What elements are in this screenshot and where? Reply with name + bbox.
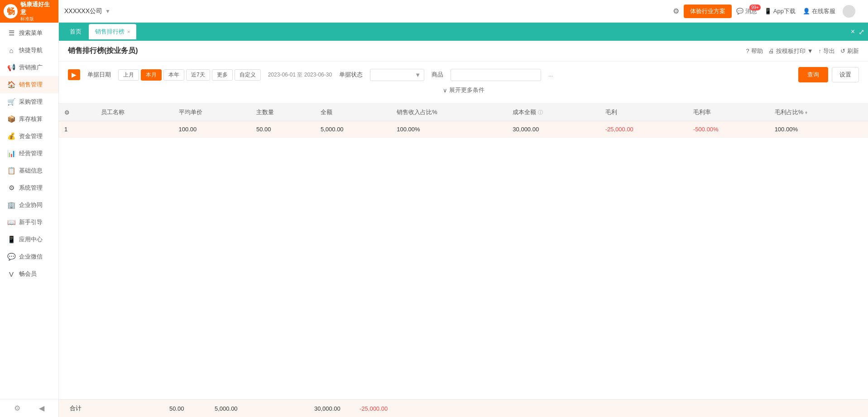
date-btn-上月[interactable]: 上月 xyxy=(118,69,139,81)
expand-more-btn[interactable]: ∨ 展开更多条件 xyxy=(68,82,859,98)
trial-btn[interactable]: 体验行业方案 xyxy=(684,5,732,18)
date-btn-近7天[interactable]: 近7天 xyxy=(186,69,210,81)
footer-amount-val: 5,000.00 xyxy=(209,405,254,412)
member-icon: V xyxy=(7,270,15,278)
company-name: XXXXXX公司 xyxy=(64,7,102,15)
topbar: XXXXXX公司 ▼ ⚙ 体验行业方案 💬 消息 99+ 📱 App下载 👤 在… xyxy=(59,0,868,23)
app-icon: 📱 xyxy=(764,8,772,14)
sales-icon: 🏠 xyxy=(7,81,15,89)
col-header-rank: ⚙ xyxy=(59,104,96,121)
sidebar-item-member[interactable]: V 畅会员 xyxy=(0,265,58,283)
member-label: 畅会员 xyxy=(19,270,37,278)
sidebar-footer: ⚙ ◀ xyxy=(0,399,58,417)
tab-close-icon[interactable]: × xyxy=(127,29,130,34)
logo-text: 畅康通好生意 标准版 xyxy=(20,1,55,22)
online-service-btn[interactable]: 👤 在线客服 xyxy=(803,7,835,15)
col-header-avg_price: 平均单价 xyxy=(173,104,251,121)
inventory-label: 库存核算 xyxy=(19,115,43,123)
tab-home[interactable]: 首页 xyxy=(62,24,89,39)
message-badge: 99+ xyxy=(749,5,761,10)
sidebar-item-app-center[interactable]: 📱 应用中心 xyxy=(0,231,58,248)
sidebar-item-operations[interactable]: 📊 经营管理 xyxy=(0,145,58,162)
wechat-icon: 💬 xyxy=(7,253,15,261)
sidebar-item-finance[interactable]: 💰 资金管理 xyxy=(0,128,58,145)
date-range-display: 2023-06-01 至 2023-06-30 xyxy=(268,71,332,79)
service-label: 在线客服 xyxy=(812,7,835,15)
tab-label: 销售排行榜 xyxy=(95,28,125,36)
cell-gross_pct: 100.00% xyxy=(769,121,868,138)
sidebar-settings-icon[interactable]: ⚙ xyxy=(14,404,20,412)
sidebar-item-search-order[interactable]: ☰ 搜索菜单 xyxy=(0,24,58,42)
cell-amount: 5,000.00 xyxy=(315,121,391,138)
cell-rank: 1 xyxy=(59,121,96,138)
user-avatar[interactable] xyxy=(843,5,855,18)
cell-name xyxy=(96,121,173,138)
enterprise-label: 企业协同 xyxy=(19,201,43,209)
col-header-cost: 成本全额 ⓘ xyxy=(507,104,599,121)
sidebar-item-quick-nav[interactable]: ⌂ 快捷导航 xyxy=(0,42,58,59)
tabbar-right: × ⤢ xyxy=(851,28,864,36)
sidebar-item-enterprise[interactable]: 🏢 企业协同 xyxy=(0,197,58,214)
print-label: 按模板打印 xyxy=(776,47,806,55)
date-btn-更多[interactable]: 更多 xyxy=(212,69,233,81)
date-btn-本年[interactable]: 本年 xyxy=(163,69,184,81)
col-header-amount: 全额 xyxy=(315,104,391,121)
cell-sales_pct: 100.00% xyxy=(391,121,507,138)
company-selector[interactable]: XXXXXX公司 ▼ xyxy=(64,7,668,15)
col-header-quantity: 主数量 xyxy=(251,104,315,121)
status-filter-label: 单据状态 xyxy=(339,71,363,79)
table-footer: 合计 50.00 5,000.00 30,000.00 -25,000.00 xyxy=(59,399,868,417)
col-header-name: 员工名称 xyxy=(96,104,173,121)
gross_pct-help-icon[interactable]: ♦ xyxy=(805,110,808,115)
date-btn-自定义[interactable]: 自定义 xyxy=(235,69,261,81)
goods-input[interactable] xyxy=(451,69,541,81)
finance-icon: 💰 xyxy=(7,132,15,140)
main-area: XXXXXX公司 ▼ ⚙ 体验行业方案 💬 消息 99+ 📱 App下载 👤 在… xyxy=(59,0,868,417)
sidebar-item-inventory[interactable]: 📦 库存核算 xyxy=(0,110,58,128)
cell-quantity: 50.00 xyxy=(251,121,315,138)
page-actions: ? 帮助 🖨 按模板打印 ▼ ↑ 导出 ↺ 刷新 xyxy=(746,47,859,55)
sidebar-item-wechat[interactable]: 💬 企业微信 xyxy=(0,248,58,265)
tab-sales-ranking[interactable]: 销售排行榜 × xyxy=(89,24,136,39)
filter-toggle-btn[interactable]: ▶ xyxy=(68,69,80,80)
export-btn[interactable]: ↑ 导出 xyxy=(819,47,835,55)
help-btn[interactable]: ? 帮助 xyxy=(746,47,762,55)
refresh-btn[interactable]: ↺ 刷新 xyxy=(840,47,859,55)
operations-icon: 📊 xyxy=(7,149,15,158)
sidebar-item-purchase[interactable]: 🛒 采购管理 xyxy=(0,93,58,110)
cell-cost: 30,000.00 xyxy=(507,121,599,138)
logo-icon: 畅 xyxy=(4,4,18,19)
footer-gross-val: -25,000.00 xyxy=(354,405,399,412)
sidebar-item-system[interactable]: ⚙ 系统管理 xyxy=(0,179,58,197)
window-expand-icon[interactable]: ⤢ xyxy=(858,28,864,36)
window-close-icon[interactable]: × xyxy=(851,28,855,36)
col-header-sales_pct: 销售收入占比% xyxy=(391,104,507,121)
settings-btn[interactable]: 设置 xyxy=(832,67,859,82)
sidebar-item-sales[interactable]: 🏠 销售管理 xyxy=(0,76,58,93)
footer-quantity-val: 50.00 xyxy=(164,405,209,412)
tabbar: 首页 销售排行榜 × × ⤢ xyxy=(59,23,868,41)
message-btn[interactable]: 💬 消息 99+ xyxy=(736,7,757,15)
topbar-settings-icon[interactable]: ⚙ xyxy=(673,7,679,15)
app-download-btn[interactable]: 📱 App下载 xyxy=(764,7,796,15)
print-btn[interactable]: 🖨 按模板打印 ▼ xyxy=(768,47,813,55)
search-order-label: 搜索菜单 xyxy=(19,29,43,37)
sidebar-item-basic-info[interactable]: 📋 基础信息 xyxy=(0,162,58,179)
filter-row-1: ▶ 单据日期 上月本月本年近7天更多自定义 2023-06-01 至 2023-… xyxy=(68,67,859,82)
message-icon: 💬 xyxy=(736,8,743,14)
data-table-wrap: ⚙员工名称平均单价主数量全额销售收入占比%成本全额 ⓘ毛利毛利率毛利占比% ♦ … xyxy=(59,104,868,399)
basic-info-label: 基础信息 xyxy=(19,167,43,175)
sidebar-item-marketing[interactable]: 📢 营销推广 xyxy=(0,59,58,76)
app-center-icon: 📱 xyxy=(7,235,15,244)
sidebar-collapse-icon[interactable]: ◀ xyxy=(39,404,44,412)
date-btn-本月[interactable]: 本月 xyxy=(141,69,162,81)
service-icon: 👤 xyxy=(803,8,810,14)
query-btn[interactable]: 查询 xyxy=(798,67,828,82)
more-filters-btn[interactable]: ... xyxy=(548,72,553,78)
status-select[interactable] xyxy=(370,69,424,81)
cost-help-icon[interactable]: ⓘ xyxy=(538,110,543,115)
basic-info-icon: 📋 xyxy=(7,167,15,175)
data-table: ⚙员工名称平均单价主数量全额销售收入占比%成本全额 ⓘ毛利毛利率毛利占比% ♦ … xyxy=(59,104,868,138)
sidebar-item-guide[interactable]: 📖 新手引导 xyxy=(0,214,58,231)
filter-bar: ▶ 单据日期 上月本月本年近7天更多自定义 2023-06-01 至 2023-… xyxy=(59,62,868,104)
